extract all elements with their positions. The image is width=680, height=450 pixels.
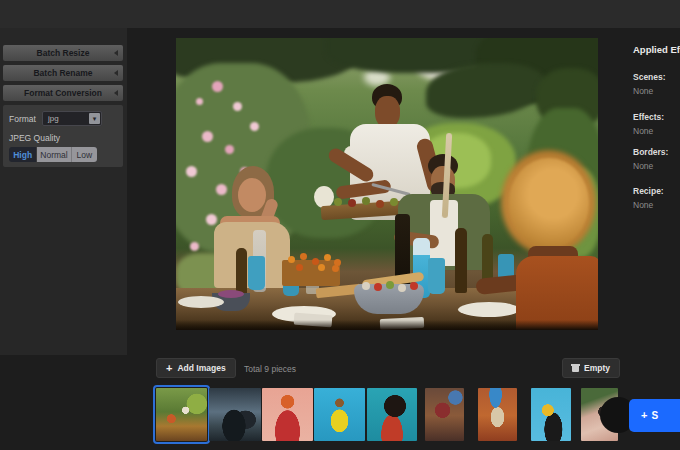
jpeg-quality-segmented-control: High Normal Low xyxy=(9,147,97,162)
trash-icon xyxy=(572,364,579,372)
thumbnail-woman-sunflower[interactable] xyxy=(531,388,571,441)
collapse-arrow-icon xyxy=(114,70,118,76)
panel-format-conversion-label: Format Conversion xyxy=(24,88,102,98)
quality-high-button[interactable]: High xyxy=(9,147,36,162)
collapse-arrow-icon xyxy=(114,90,118,96)
format-conversion-panel-body: Format jpg ▾ JPEG Quality High Normal Lo… xyxy=(3,105,123,167)
drooping-branch xyxy=(426,63,546,118)
foreground-woman-rust-top xyxy=(516,256,598,330)
thumbnail-street-photographer[interactable] xyxy=(209,388,261,441)
total-pieces-text: Total 9 pieces xyxy=(244,364,296,374)
panel-batch-resize[interactable]: Batch Resize xyxy=(3,45,123,61)
effects-label: Effects: xyxy=(633,112,664,122)
plus-icon: + xyxy=(166,363,172,374)
thumbnail-person-yellow-cyan[interactable] xyxy=(314,388,365,441)
foreground-woman-afro xyxy=(509,158,589,248)
salad xyxy=(362,282,370,290)
pink-oleander-flowers xyxy=(196,98,203,105)
jpeg-quality-label: JPEG Quality xyxy=(9,133,117,143)
thumbnail-man-headphones[interactable] xyxy=(367,388,417,441)
purple-food xyxy=(218,290,244,298)
panel-batch-rename-label: Batch Rename xyxy=(33,68,92,78)
blue-glass xyxy=(428,258,445,294)
thumbnail-brick-wall[interactable] xyxy=(478,388,517,441)
borders-value: None xyxy=(633,161,653,171)
empty-label: Empty xyxy=(584,363,610,373)
borders-label: Borders: xyxy=(633,147,668,157)
dropdown-arrow-icon[interactable]: ▾ xyxy=(89,113,100,124)
quality-low-button[interactable]: Low xyxy=(71,147,97,162)
thumbnail-dinner-party[interactable] xyxy=(156,388,207,441)
empty-button[interactable]: Empty xyxy=(562,358,620,378)
orange-flowers xyxy=(288,256,295,263)
add-images-button[interactable]: + Add Images xyxy=(156,358,236,378)
window-top-bar xyxy=(0,0,680,28)
save-button[interactable]: + S xyxy=(629,399,680,432)
blue-glass xyxy=(248,256,265,290)
panel-batch-resize-label: Batch Resize xyxy=(37,48,90,58)
plate xyxy=(458,302,520,317)
food-on-board xyxy=(334,198,342,206)
batch-tools-sidebar: Batch Resize Batch Rename Format Convers… xyxy=(3,45,123,167)
thumbnail-woman-flower-crown[interactable] xyxy=(262,388,313,441)
beer-bottle xyxy=(455,228,467,293)
panel-format-conversion[interactable]: Format Conversion xyxy=(3,85,123,101)
plate xyxy=(178,296,224,308)
format-select-value: jpg xyxy=(43,114,59,123)
quality-normal-button[interactable]: Normal xyxy=(36,147,70,162)
format-label: Format xyxy=(9,114,36,124)
effects-value: None xyxy=(633,126,653,136)
recipe-value: None xyxy=(633,200,653,210)
thumbnail-party-dancer[interactable] xyxy=(425,388,464,441)
scenes-value: None xyxy=(633,86,653,96)
format-select[interactable]: jpg ▾ xyxy=(42,111,102,126)
beer-bottle xyxy=(236,248,247,296)
seated-woman-face xyxy=(238,178,266,212)
bottom-vignette xyxy=(176,320,598,330)
recipe-label: Recipe: xyxy=(633,186,664,196)
add-images-label: Add Images xyxy=(177,363,225,373)
scenes-label: Scenes: xyxy=(633,72,666,82)
save-button-label: S xyxy=(651,410,658,421)
flower-crate xyxy=(282,260,340,286)
plus-icon: + xyxy=(641,410,647,421)
main-image-preview xyxy=(176,38,598,330)
collapse-arrow-icon xyxy=(114,50,118,56)
applied-effects-title: Applied Effects xyxy=(633,44,680,55)
panel-batch-rename[interactable]: Batch Rename xyxy=(3,65,123,81)
